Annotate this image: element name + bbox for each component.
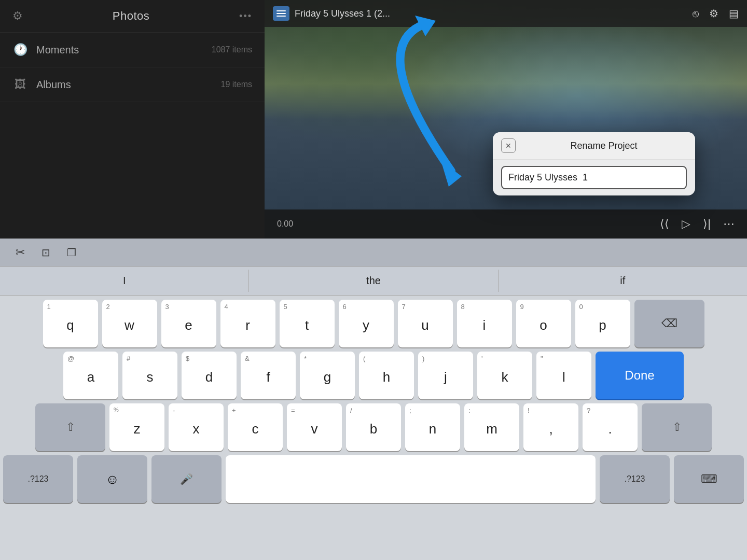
key-t[interactable]: 5 t — [280, 300, 335, 347]
sidebar-item-albums[interactable]: 🖼 Albums 19 items — [0, 67, 265, 102]
main-topbar: Friday 5 Ulysses 1 (2... ⎋ ⚙ ▤ — [265, 0, 747, 27]
autocomplete-item-if[interactable]: if — [499, 270, 747, 292]
numbers-left-label: .?123 — [27, 474, 48, 484]
project-title: Friday 5 Ulysses 1 (2... — [295, 8, 693, 19]
key-h[interactable]: ( h — [359, 352, 414, 399]
albums-label: Albums — [36, 79, 221, 91]
albums-count: 19 items — [221, 80, 252, 89]
mic-key[interactable]: 🎤 — [151, 455, 222, 503]
key-x[interactable]: - x — [169, 403, 224, 451]
numbers-left-key[interactable]: .?123 — [3, 455, 73, 503]
done-label: Done — [625, 368, 654, 383]
done-key[interactable]: Done — [596, 352, 684, 399]
shift-right-key[interactable]: ⇧ — [642, 403, 712, 451]
keyboard-icon: ⌨ — [701, 472, 717, 486]
play-button[interactable]: ▷ — [682, 217, 690, 231]
settings-icon[interactable]: ⚙ — [709, 7, 718, 20]
rename-close-button[interactable]: ✕ — [501, 138, 516, 153]
skip-button[interactable]: ⟩| — [703, 217, 711, 231]
key-m[interactable]: : m — [464, 403, 519, 451]
cut-icon[interactable]: ✂ — [10, 243, 30, 262]
autocomplete-item-the[interactable]: the — [249, 270, 498, 292]
key-u[interactable]: 7 u — [398, 300, 453, 347]
export-icon[interactable]: ⎋ — [693, 8, 699, 20]
emoji-key[interactable]: ☺ — [77, 455, 147, 503]
panel-icon[interactable]: ▤ — [729, 7, 739, 20]
key-a[interactable]: @ a — [63, 352, 118, 399]
rename-dialog-header: ✕ Rename Project — [493, 132, 695, 160]
key-row-bottom: .?123 ☺ 🎤 .?123 ⌨ — [3, 455, 744, 503]
copy-icon[interactable]: ⊡ — [36, 243, 56, 262]
key-f[interactable]: & f — [241, 352, 296, 399]
playback-bar: 0.00 ⟨⟨ ▷ ⟩| ⋯ — [265, 209, 747, 239]
project-icon-line — [276, 16, 286, 17]
playback-time: 0.00 — [277, 219, 293, 229]
key-g[interactable]: * g — [300, 352, 355, 399]
sidebar: ⚙ Photos ••• 🕐 Moments 1087 items 🖼 Albu… — [0, 0, 265, 239]
main-content: Friday 5 Ulysses 1 (2... ⎋ ⚙ ▤ — [265, 0, 747, 239]
more-button[interactable]: ⋯ — [723, 217, 735, 231]
playback-controls: ⟨⟨ ▷ ⟩| ⋯ — [660, 217, 735, 231]
key-n[interactable]: ; n — [405, 403, 460, 451]
space-key[interactable] — [226, 455, 596, 503]
albums-icon: 🖼 — [12, 78, 28, 91]
project-icon-line — [276, 10, 286, 11]
moments-label: Moments — [36, 44, 212, 56]
key-period[interactable]: ? . — [583, 403, 638, 451]
key-row-1: 1 q 2 w 3 e 4 r 5 t 6 y — [3, 300, 744, 347]
project-icon-line — [276, 13, 286, 14]
clipboard-toolbar: ✂ ⊡ ❐ — [0, 239, 747, 267]
autocomplete-item-I[interactable]: I — [0, 270, 249, 292]
backspace-key[interactable]: ⌫ — [634, 300, 704, 347]
key-d[interactable]: $ d — [182, 352, 237, 399]
key-s[interactable]: # s — [122, 352, 177, 399]
shift-right-icon: ⇧ — [672, 421, 682, 434]
key-i[interactable]: 8 i — [457, 300, 512, 347]
shift-left-key[interactable]: ⇧ — [35, 403, 105, 451]
key-p[interactable]: 0 p — [575, 300, 630, 347]
rename-dialog-title: Rename Project — [521, 141, 687, 151]
project-icon-lines — [276, 10, 286, 17]
moments-count: 1087 items — [212, 45, 252, 54]
rename-input[interactable] — [501, 166, 687, 189]
topbar-actions: ⎋ ⚙ ▤ — [693, 7, 739, 20]
key-o[interactable]: 9 o — [516, 300, 571, 347]
key-w[interactable]: 2 w — [102, 300, 157, 347]
key-e[interactable]: 3 e — [161, 300, 216, 347]
rewind-button[interactable]: ⟨⟨ — [660, 217, 669, 231]
more-icon[interactable]: ••• — [239, 11, 252, 22]
backspace-icon: ⌫ — [661, 317, 677, 330]
numbers-right-key[interactable]: .?123 — [600, 455, 670, 503]
video-background — [265, 0, 747, 239]
sidebar-header: ⚙ Photos ••• — [0, 0, 265, 33]
autocomplete-bar: I the if — [0, 267, 747, 296]
keyboard-rows: 1 q 2 w 3 e 4 r 5 t 6 y — [0, 296, 747, 560]
keyboard-dismiss-key[interactable]: ⌨ — [674, 455, 744, 503]
shift-left-icon: ⇧ — [66, 421, 75, 434]
key-j[interactable]: ) j — [418, 352, 473, 399]
close-icon: ✕ — [505, 142, 511, 150]
key-q[interactable]: 1 q — [43, 300, 98, 347]
numbers-right-label: .?123 — [624, 474, 645, 484]
sidebar-title: Photos — [23, 9, 239, 23]
key-z[interactable]: % z — [109, 403, 164, 451]
rename-dialog: ✕ Rename Project — [493, 132, 695, 195]
key-b[interactable]: / b — [346, 403, 401, 451]
mic-icon: 🎤 — [180, 473, 193, 485]
key-l[interactable]: " l — [536, 352, 591, 399]
gear-icon[interactable]: ⚙ — [12, 9, 23, 23]
project-icon — [273, 6, 289, 21]
key-r[interactable]: 4 r — [220, 300, 275, 347]
key-y[interactable]: 6 y — [339, 300, 394, 347]
key-row-3: ⇧ % z - x + c = v / b ; — [3, 403, 744, 451]
key-v[interactable]: = v — [287, 403, 342, 451]
key-c[interactable]: + c — [228, 403, 283, 451]
rename-dialog-body — [493, 160, 695, 195]
key-comma[interactable]: ! , — [523, 403, 578, 451]
key-k[interactable]: ' k — [477, 352, 532, 399]
paste-icon[interactable]: ❐ — [62, 243, 81, 262]
sidebar-item-moments[interactable]: 🕐 Moments 1087 items — [0, 33, 265, 67]
moments-icon: 🕐 — [12, 43, 28, 57]
top-area: ⚙ Photos ••• 🕐 Moments 1087 items 🖼 Albu… — [0, 0, 747, 239]
keyboard-area: ✂ ⊡ ❐ I the if 1 q 2 w 3 e — [0, 239, 747, 560]
